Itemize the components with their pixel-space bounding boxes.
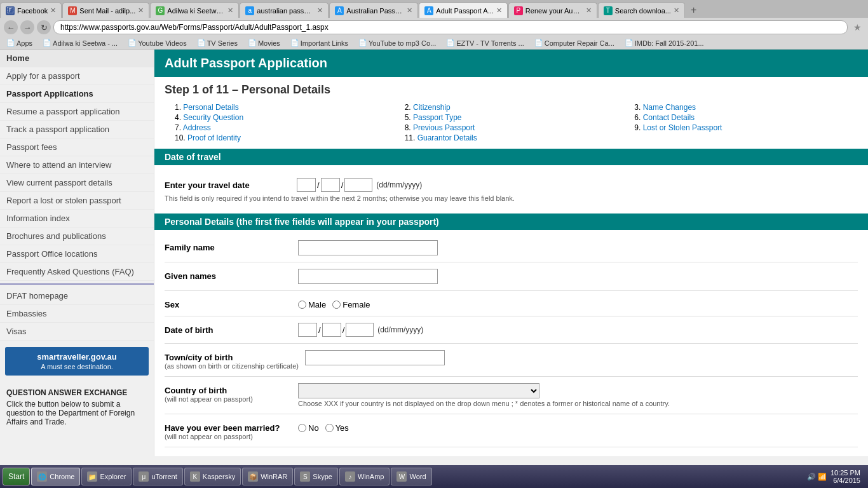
browser-tab-t4[interactable]: a australian passpo... ✕ xyxy=(240,3,329,18)
sidebar-item-passport-fees[interactable]: Passport fees xyxy=(0,139,154,156)
tab-close-icon[interactable]: ✕ xyxy=(586,6,592,15)
radio-option-male[interactable]: Male xyxy=(298,300,326,309)
back-button[interactable]: ← xyxy=(4,20,18,34)
sidebar-item-home[interactable]: Home xyxy=(0,50,154,67)
main-content: Adult Passport Application Step 1 of 11 … xyxy=(154,50,868,456)
bookmark-item-5[interactable]: 📄 Important Links xyxy=(288,38,351,48)
tab-close-icon[interactable]: ✕ xyxy=(227,6,233,15)
bookmark-item-3[interactable]: 📄 TV Series xyxy=(194,38,240,48)
travel-date-hint: This field is only required if you inten… xyxy=(165,194,858,207)
sidebar-secondary-visas[interactable]: Visas xyxy=(0,323,154,341)
tab-close-icon[interactable]: ✕ xyxy=(138,6,144,15)
sidebar-item-report-a-lost-or-stolen-passport[interactable]: Report a lost or stolen passport xyxy=(0,192,154,210)
form-row: Given names xyxy=(165,265,858,288)
tab-close-icon[interactable]: ✕ xyxy=(496,6,502,15)
radio-group-have-you-ever-been-married: No Yes xyxy=(298,421,349,433)
form-row: Date of birth / / (dd/mm/yyyy) xyxy=(165,319,858,341)
sidebar-secondary-embassies[interactable]: Embassies xyxy=(0,305,154,323)
browser-tab-t6[interactable]: A Adult Passport A... ✕ xyxy=(419,3,508,18)
sidebar-item-apply-for-a-passport[interactable]: Apply for a passport xyxy=(0,67,154,85)
bookmark-item-2[interactable]: 📄 Youtube Videos xyxy=(125,38,189,48)
smartraveller-box[interactable]: smartraveller.gov.au A must see destinat… xyxy=(5,347,149,376)
bookmark-star-button[interactable]: ★ xyxy=(850,20,864,34)
step-nav-link[interactable]: Previous Passport xyxy=(413,123,475,132)
bookmark-label: YouTube to mp3 Co... xyxy=(369,39,436,47)
field-label: Country of birth(will not appear on pass… xyxy=(165,383,292,403)
bookmark-icon: 📄 xyxy=(358,39,367,47)
country-of-birth-select[interactable] xyxy=(298,383,539,398)
step-nav-item-3: 3. Name Changes xyxy=(634,103,858,112)
form-separator xyxy=(165,376,858,377)
radio-input-male[interactable] xyxy=(298,301,306,309)
bookmark-item-1[interactable]: 📄 Adilwa ki Seetwa - ... xyxy=(40,38,120,48)
bookmark-item-8[interactable]: 📄 Computer Repair Ca... xyxy=(532,38,617,48)
forward-button[interactable]: → xyxy=(20,20,34,34)
smartraveller-tagline: A must see destination. xyxy=(10,363,144,370)
step-nav-link[interactable]: Lost or Stolen Passport xyxy=(643,123,722,132)
radio-option-female[interactable]: Female xyxy=(332,300,370,309)
travel-date-day[interactable] xyxy=(297,178,316,192)
travel-date-label: Enter your travel date xyxy=(165,180,292,190)
sidebar-item-passport-applications[interactable]: Passport Applications xyxy=(0,85,154,103)
step-nav-link[interactable]: Personal Details xyxy=(183,103,238,112)
step-nav-link[interactable]: Contact Details xyxy=(643,113,695,122)
browser-tab-t2[interactable]: M Sent Mail - adilp... ✕ xyxy=(62,3,149,18)
sidebar-item-track-a-passport-application[interactable]: Track a passport application xyxy=(0,121,154,139)
sidebar-secondary: DFAT homepageEmbassiesVisas xyxy=(0,287,154,341)
bookmark-item-0[interactable]: 📄 Apps xyxy=(4,38,35,48)
sidebar-item-where-to-attend-an-interview[interactable]: Where to attend an interview xyxy=(0,156,154,174)
bookmark-item-6[interactable]: 📄 YouTube to mp3 Co... xyxy=(356,38,438,48)
sidebar-item-frequently-asked-questions-faq[interactable]: Frequently Asked Questions (FAQ) xyxy=(0,263,154,281)
reload-button[interactable]: ↻ xyxy=(37,20,51,34)
radio-option-no[interactable]: No xyxy=(298,423,319,433)
tab-close-icon[interactable]: ✕ xyxy=(50,6,56,15)
address-bar[interactable] xyxy=(53,20,848,34)
radio-input-female[interactable] xyxy=(332,301,341,309)
step-nav-link[interactable]: Passport Type xyxy=(413,113,462,122)
new-tab-button[interactable]: + xyxy=(686,3,702,17)
text-input-town/city-of-birth[interactable] xyxy=(305,350,445,365)
browser-tab-t1[interactable]: 🇫 Facebook ✕ xyxy=(0,3,62,18)
url-input[interactable] xyxy=(60,23,841,32)
bookmark-item-7[interactable]: 📄 EZTV - TV Torrents ... xyxy=(444,38,527,48)
tab-close-icon[interactable]: ✕ xyxy=(674,6,679,15)
tab-label: Search downloa... xyxy=(615,7,671,15)
bookmark-item-4[interactable]: 📄 Movies xyxy=(245,38,283,48)
dob-day[interactable] xyxy=(298,323,317,337)
text-input-family-name[interactable] xyxy=(298,240,438,255)
sidebar-item-passport-office-locations[interactable]: Passport Office locations xyxy=(0,245,154,263)
radio-input-no[interactable] xyxy=(298,424,306,432)
bookmark-label: Movies xyxy=(258,39,280,47)
step-nav-link[interactable]: Name Changes xyxy=(643,103,696,112)
bookmark-icon: 📄 xyxy=(534,39,543,47)
radio-input-yes[interactable] xyxy=(325,424,334,432)
step-nav-link[interactable]: Address xyxy=(183,123,211,132)
text-input-given-names[interactable] xyxy=(298,269,438,284)
field-sublabel: (will not appear on passport) xyxy=(165,395,292,403)
travel-date-month[interactable] xyxy=(321,178,340,192)
browser-tab-t5[interactable]: A Australian Passpo... ✕ xyxy=(329,3,418,18)
tab-close-icon[interactable]: ✕ xyxy=(407,6,412,15)
sidebar-secondary-dfat-homepage[interactable]: DFAT homepage xyxy=(0,287,154,305)
sidebar: HomeApply for a passportPassport Applica… xyxy=(0,50,154,456)
step-nav-link[interactable]: Citizenship xyxy=(413,103,451,112)
travel-date-year[interactable] xyxy=(344,178,372,192)
bookmark-item-9[interactable]: 📄 IMDb: Fall 2015-201... xyxy=(622,38,707,48)
sidebar-item-information-index[interactable]: Information index xyxy=(0,210,154,227)
step-nav-link[interactable]: Security Question xyxy=(183,113,243,122)
browser-tab-t8[interactable]: T Search downloa... ✕ xyxy=(598,3,685,18)
step-nav-link[interactable]: Guarantor Details xyxy=(417,133,477,142)
bookmark-icon: 📄 xyxy=(625,39,634,47)
field-label: Given names xyxy=(165,269,292,281)
radio-option-yes[interactable]: Yes xyxy=(325,423,349,433)
step-nav-link[interactable]: Proof of Identity xyxy=(187,133,241,142)
dob-month[interactable] xyxy=(322,323,341,337)
sidebar-item-resume-a-passport-application[interactable]: Resume a passport application xyxy=(0,103,154,121)
sidebar-item-brochures-and-publications[interactable]: Brochures and publications xyxy=(0,227,154,245)
sidebar-item-view-current-passport-details[interactable]: View current passport details xyxy=(0,174,154,192)
dob-year[interactable] xyxy=(346,323,374,337)
travel-date-row: Enter your travel date / / (dd/mm/yyyy) xyxy=(165,172,858,194)
browser-tab-t3[interactable]: G Adilwa ki Seetwa ... ✕ xyxy=(150,3,239,18)
tab-close-icon[interactable]: ✕ xyxy=(317,6,323,15)
browser-tab-t7[interactable]: P Renew your Aust... ✕ xyxy=(508,3,597,18)
